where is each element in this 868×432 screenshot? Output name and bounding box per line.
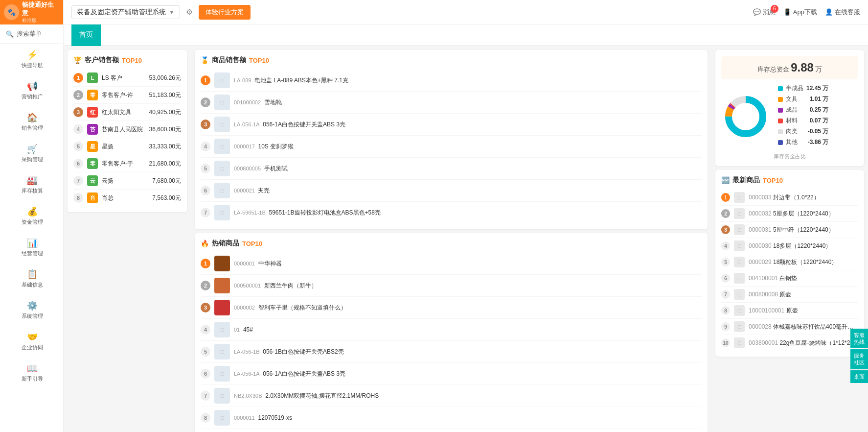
- product-image: ▢: [734, 192, 745, 203]
- online-service-button[interactable]: 👤 在线客服: [825, 8, 860, 17]
- sidebar-item-basic[interactable]: 📋 基础信息: [0, 263, 63, 294]
- new-product-item[interactable]: 2 ▢ 0000032 5厘多层（1220*2440）: [721, 206, 858, 222]
- product-image: ▢: [214, 322, 230, 337]
- rank-number: 7: [721, 290, 730, 299]
- sales-rank-item[interactable]: 3 ▢ LA-056-1A 056-1A白色按键开关盖ABS 3壳: [201, 114, 702, 136]
- search-menu-label: 搜索菜单: [17, 29, 42, 38]
- customer-value: 40,925.00元: [149, 108, 181, 117]
- new-products-title: 🆕 最新商品 TOP10: [721, 176, 858, 185]
- hot-product-item[interactable]: 8 ▢ 0000011 12070519-xs: [201, 407, 702, 429]
- customer-sales-title: 🏆 客户销售额 TOP10: [73, 56, 181, 65]
- sales-rank-item[interactable]: 5 ▢ 000800005 手机测试: [201, 158, 702, 180]
- product-image: ▢: [214, 139, 230, 154]
- legend-item: 成品 0.25 万: [778, 106, 828, 114]
- customer-rank-item[interactable]: 4 苔 苔南县人民医院 36,600.00元: [73, 121, 181, 138]
- customer-name: 肖总: [102, 194, 148, 202]
- new-product-item[interactable]: 9 ▢ 0000028 体械嘉核味苏打饮品400毫升（1*15）: [721, 319, 858, 335]
- sales-rank-item[interactable]: 1 ▢ LA-089 电池盖 LA-089 ABS本色+黑种 7.1克: [201, 70, 702, 92]
- sidebar-item-purchase[interactable]: 🛒 采购管理: [0, 138, 63, 169]
- new-product-item[interactable]: 3 ▢ 0000031 5厘中纤（1220*2440）: [721, 222, 858, 238]
- product-image: ▢: [734, 224, 745, 235]
- trial-button[interactable]: 体验行业方案: [199, 5, 251, 20]
- rank-number: 3: [201, 303, 210, 312]
- customer-rank-item[interactable]: 1 L LS 客户 53,006.26元: [73, 70, 181, 87]
- legend-color: [778, 97, 783, 102]
- hot-product-item[interactable]: 3 0000002 智利车子里（规格不知道填什么）: [201, 297, 702, 319]
- new-product-item[interactable]: 5 ▢ 0000029 18颗粒板（1220*2440）: [721, 254, 858, 270]
- sales-rank-item[interactable]: 6 ▢ 0000021 夹壳: [201, 180, 702, 202]
- customer-rank-item[interactable]: 6 零 零售客户-于 21,680.00元: [73, 155, 181, 172]
- customer-rank-item[interactable]: 2 零 零售客户-许 51,183.00元: [73, 87, 181, 104]
- gear-icon[interactable]: ⚙: [186, 7, 193, 17]
- customer-name: 红太阳文具: [102, 108, 145, 117]
- rank-number: 8: [73, 193, 83, 203]
- sales-rank-item[interactable]: 4 ▢ 0000017 10S 变刹罗猴: [201, 136, 702, 158]
- app-download-button[interactable]: 📱 App下载: [783, 8, 817, 17]
- right-panel: 库存总资金 9.88 万: [711, 46, 868, 432]
- product-image: [214, 256, 230, 271]
- avatar: 红: [87, 107, 98, 118]
- avatar: 零: [87, 90, 98, 100]
- sidebar-item-system[interactable]: ⚙️ 系统管理: [0, 294, 63, 326]
- operation-label: 经营管理: [22, 250, 43, 257]
- rank-number: 3: [73, 107, 83, 117]
- new-product-item[interactable]: 4 ▢ 0000030 18多层（1220*2440）: [721, 238, 858, 254]
- new-product-item[interactable]: 8 ▢ 10000100001 原壶: [721, 303, 858, 319]
- customer-rank-item[interactable]: 3 红 红太阳文具 40,925.00元: [73, 104, 181, 121]
- product-image: ▢: [214, 117, 230, 132]
- new-product-item[interactable]: 1 ▢ 0000033 封边带（1.0*22）: [721, 190, 858, 206]
- sidebar-item-inventory[interactable]: 🏭 库存核算: [0, 169, 63, 200]
- search-menu-button[interactable]: 🔍 搜索菜单: [6, 29, 57, 38]
- legend-value: 1.01 万: [810, 95, 829, 103]
- hot-product-item[interactable]: 2 000500001 新西兰牛肉（新牛）: [201, 275, 702, 297]
- customer-rank-item[interactable]: 5 星 星扬 33,333.00元: [73, 138, 181, 155]
- product-info: 0000011 12070519-xs: [234, 414, 702, 421]
- service-hotline-button[interactable]: 客服热线: [850, 329, 868, 349]
- rank-number: 7: [201, 391, 210, 401]
- sidebar-item-finance[interactable]: 💰 资金管理: [0, 200, 63, 232]
- customer-rank-item[interactable]: 8 肖 肖总 7,563.00元: [73, 190, 181, 206]
- hot-product-item[interactable]: 9 ▢ KK-SD22110H 花语萌借温分腿裤袜（厚款）: [201, 429, 702, 432]
- product-info: 0000029 18颗粒板（1220*2440）: [749, 258, 858, 266]
- hot-product-item[interactable]: 4 ▢ 01 45#: [201, 319, 702, 341]
- sales-icon: 🏠: [27, 112, 38, 123]
- service-icon: 👤: [825, 8, 833, 16]
- sidebar-item-sales[interactable]: 🏠 销售管理: [0, 106, 63, 138]
- messages-button[interactable]: 💬 消息 6: [753, 8, 776, 17]
- customer-value: 7,563.00元: [152, 194, 181, 202]
- rank-number: 7: [73, 176, 83, 186]
- legend-color: [778, 119, 783, 123]
- shortcut-label: 快捷导航: [22, 62, 43, 69]
- avatar: 苔: [87, 124, 98, 135]
- sidebar-item-cooperation[interactable]: 🤝 企业协同: [0, 326, 63, 357]
- hot-product-item[interactable]: 6 ▢ LA-056-1A 056-1A白色按键开关盖ABS 3壳: [201, 363, 702, 385]
- tab-home[interactable]: 首页: [71, 24, 101, 46]
- new-product-item[interactable]: 7 ▢ 000800008 原壶: [721, 287, 858, 303]
- sidebar-item-shortcut[interactable]: ⚡ 快捷导航: [0, 44, 63, 75]
- product-image: ▢: [734, 289, 745, 300]
- sidebar-item-operation[interactable]: 📊 经营管理: [0, 232, 63, 263]
- avatar: 零: [87, 158, 98, 169]
- service-community-button[interactable]: 服务社区: [850, 349, 868, 369]
- customer-rank-item[interactable]: 7 云 云扬 7,680.00元: [73, 172, 181, 190]
- new-product-item[interactable]: 10 ▢ 003800001 22g鱼豆腐-烧烤味（1*12*20）: [721, 335, 858, 351]
- inventory-total: 库存总资金 9.88 万: [721, 56, 858, 79]
- hot-product-item[interactable]: 5 ▢ LA-056-1B 056-1B白色按键开关壳ABS2壳: [201, 341, 702, 363]
- system-selector[interactable]: 装备及固定资产辅助管理系统 ▼: [71, 5, 180, 19]
- desktop-button[interactable]: 桌面: [850, 370, 868, 383]
- trophy-icon: 🏆: [73, 56, 82, 64]
- sidebar-item-guide[interactable]: 📖 新手引导: [0, 357, 63, 388]
- logo-sub: 标准版: [22, 17, 59, 24]
- fixed-right-buttons: 客服热线 服务社区 桌面: [850, 329, 868, 383]
- sales-rank-item[interactable]: 7 ▢ LA-59651-1B 59651-1B旋转投影灯电池盒ABS黑色+58…: [201, 202, 702, 223]
- logo-title: 畅捷通好生意: [22, 1, 59, 18]
- hot-product-item[interactable]: 7 ▢ NB2.0X30B 2.0X30MM双摆花轴,摆花直径2.1MM/ROH…: [201, 385, 702, 407]
- donut-container: 半成品 12.45 万 文具 1.01 万 成品 0.25 万 材料 0.07 …: [721, 84, 858, 149]
- guide-icon: 📖: [27, 363, 38, 374]
- customer-name: 零售客户-于: [102, 160, 145, 168]
- hot-product-item[interactable]: 1 0000001 中华神器: [201, 253, 702, 275]
- avatar: 云: [87, 175, 98, 186]
- sales-rank-item[interactable]: 2 ▢ 001000002 雪地靴: [201, 92, 702, 114]
- new-product-item[interactable]: 6 ▢ 004100001 白钢垫: [721, 270, 858, 287]
- sidebar-item-marketing[interactable]: 📢 营销推广: [0, 75, 63, 106]
